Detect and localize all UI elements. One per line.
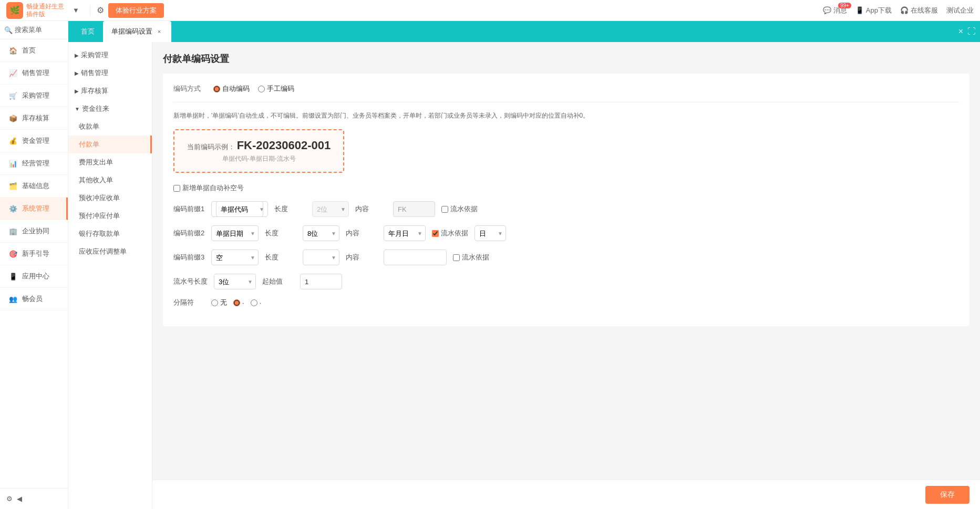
- search-menu[interactable]: 🔍 搜索菜单: [0, 21, 68, 39]
- separator-row: 分隔符 无 · ·: [173, 298, 959, 307]
- bottom-bar: 保存: [152, 480, 980, 509]
- auto-fill-checkbox[interactable]: [173, 185, 180, 192]
- serial2-checkbox-label[interactable]: 流水依据: [432, 228, 468, 238]
- sidebar-item-system[interactable]: ⚙️ 系统管理: [0, 198, 68, 220]
- user-name[interactable]: 测试企业: [946, 6, 974, 15]
- sidebar-item-basic[interactable]: 🗂️ 基础信息: [0, 175, 68, 198]
- basic-icon: 🗂️: [8, 181, 18, 191]
- prefix3-select-input[interactable]: 空 单据代码 单据日期 部门 业务员: [211, 250, 259, 265]
- sub-menu-prepay-pay[interactable]: 预付冲应付单: [68, 207, 152, 225]
- length2-select-input[interactable]: 4位 6位 8位: [303, 225, 339, 241]
- sep-none-option[interactable]: 无: [211, 298, 227, 307]
- main-layout: 🔍 搜索菜单 🏠 首页 📈 销售管理 🛒 采购管理 📦 库存核算 💰 资金管理 …: [0, 21, 980, 509]
- online-service-btn[interactable]: 🎧 在线客服: [900, 6, 938, 15]
- content2-select[interactable]: 年月日 年月 年 ▼: [384, 225, 426, 241]
- sidebar-item-member[interactable]: 👥 畅会员: [0, 288, 68, 310]
- home-icon: 🏠: [8, 46, 18, 55]
- auto-radio-option[interactable]: 自动编码: [213, 84, 250, 94]
- settings-icon[interactable]: ⚙: [97, 5, 104, 15]
- message-btn[interactable]: 💬 消息 99+: [823, 6, 847, 15]
- code-example-label: 当前编码示例： FK-20230602-001: [187, 139, 331, 152]
- content2-select-input[interactable]: 年月日 年月 年: [384, 225, 426, 241]
- sidebar-item-purchase[interactable]: 🛒 采购管理: [0, 85, 68, 107]
- start-value-input[interactable]: [300, 274, 342, 289]
- prefix3-select[interactable]: 空 单据代码 单据日期 部门 业务员 ▼: [211, 250, 259, 265]
- start-value-label: 起始值: [262, 277, 294, 286]
- sidebar: 🔍 搜索菜单 🏠 首页 📈 销售管理 🛒 采购管理 📦 库存核算 💰 资金管理 …: [0, 21, 68, 509]
- sub-menu-adjust[interactable]: 应收应付调整单: [68, 243, 152, 261]
- maximize-icon[interactable]: ⛶: [967, 27, 976, 36]
- minimize-icon[interactable]: ×: [958, 27, 963, 36]
- serial3-checkbox[interactable]: [453, 254, 460, 261]
- sep-dash-option[interactable]: ·: [233, 299, 244, 307]
- prefix2-select[interactable]: 单据日期 空 单据代码 部门 业务员 ▼: [211, 225, 259, 241]
- sidebar-item-finance[interactable]: 💰 资金管理: [0, 130, 68, 152]
- sidebar-item-app[interactable]: 📱 应用中心: [0, 265, 68, 288]
- sidebar-item-sales[interactable]: 📈 销售管理: [0, 62, 68, 85]
- length1-label: 长度: [274, 204, 306, 214]
- collapse-icon[interactable]: ◀: [17, 495, 22, 503]
- serial1-checkbox[interactable]: [441, 206, 448, 213]
- app-download-btn[interactable]: 📱 App下载: [855, 6, 892, 15]
- sub-menu-expense[interactable]: 费用支出单: [68, 153, 152, 171]
- length3-select-input[interactable]: [303, 250, 339, 265]
- manual-radio-input[interactable]: [258, 86, 265, 92]
- sep-none-radio[interactable]: [211, 299, 218, 306]
- page-content: 付款单编码设置 编码方式 自动编码 手工编码: [152, 42, 980, 480]
- serial3-checkbox-label[interactable]: 流水依据: [453, 253, 489, 262]
- chevron-right-icon2: ▶: [75, 70, 79, 76]
- sub-menu-bank[interactable]: 银行存取款单: [68, 225, 152, 243]
- sub-menu-finance[interactable]: ▼ 资金往来: [68, 100, 152, 118]
- sep-dash-radio[interactable]: [233, 299, 240, 306]
- sub-menu-purchase[interactable]: ▶ 采购管理: [68, 46, 152, 64]
- sidebar-item-enterprise[interactable]: 🏢 企业协同: [0, 220, 68, 243]
- dropdown-arrow[interactable]: ▼: [68, 4, 84, 16]
- serial2-unit-input[interactable]: 日 月 年: [474, 225, 506, 241]
- prefix1-select-input[interactable]: 单据代码 空 部门 业务员: [216, 201, 263, 217]
- sub-menu-prepay-recv[interactable]: 预收冲应收单: [68, 189, 152, 207]
- serial2-checkbox[interactable]: [432, 230, 439, 237]
- prefix1-label: 编码前缀1: [173, 204, 205, 214]
- sidebar-item-inventory[interactable]: 📦 库存核算: [0, 107, 68, 130]
- operations-icon: 📊: [8, 159, 18, 168]
- sidebar-item-operations[interactable]: 📊 经营管理: [0, 152, 68, 175]
- sub-menu-other-income[interactable]: 其他收入单: [68, 171, 152, 189]
- code-example-value: FK-20230602-001: [237, 139, 331, 152]
- length1-select[interactable]: 2位 ▼: [312, 201, 349, 217]
- content-area: 首页 单据编码设置 × × ⛶ ▶ 采购管理 ▶ 销售管理: [68, 21, 980, 509]
- settings-bottom-icon[interactable]: ⚙: [6, 495, 13, 503]
- prefix3-label: 编码前缀3: [173, 253, 205, 262]
- prefix2-row: 编码前缀2 单据日期 空 单据代码 部门 业务员 ▼: [173, 225, 959, 241]
- auto-radio-input[interactable]: [213, 86, 220, 92]
- prefix2-select-input[interactable]: 单据日期 空 单据代码 部门 业务员: [211, 225, 259, 241]
- info-text: 新增单据时，'单据编码'自动生成，不可编辑。前缀设置为部门、业务员等档案类，开单…: [173, 111, 959, 121]
- logo-icon: 🌿: [6, 2, 23, 19]
- sep-dot-option[interactable]: ·: [251, 299, 262, 307]
- length3-select[interactable]: ▼: [303, 250, 339, 265]
- sidebar-item-home[interactable]: 🏠 首页: [0, 39, 68, 62]
- tab-encoding[interactable]: 单据编码设置 ×: [103, 21, 171, 42]
- trial-btn[interactable]: 体验行业方案: [108, 3, 164, 18]
- length2-select[interactable]: 4位 6位 8位 ▼: [303, 225, 339, 241]
- sub-menu-payment[interactable]: 付款单: [68, 136, 152, 153]
- save-button[interactable]: 保存: [925, 486, 969, 504]
- prefix1-select[interactable]: 单据代码 空 部门 业务员 ▼: [211, 201, 268, 217]
- sep-dot-radio[interactable]: [251, 299, 257, 306]
- serial2-unit-select[interactable]: 日 月 年 ▼: [474, 225, 506, 241]
- serial1-checkbox-label[interactable]: 流水依据: [441, 204, 478, 214]
- sub-menu-receipt[interactable]: 收款单: [68, 118, 152, 136]
- content3-input[interactable]: [384, 250, 447, 265]
- content1-input[interactable]: [393, 201, 435, 217]
- auto-fill-checkbox-label[interactable]: 新增单据自动补空号: [173, 183, 959, 193]
- manual-radio-option[interactable]: 手工编码: [258, 84, 294, 94]
- tab-close-icon[interactable]: ×: [156, 28, 163, 35]
- page-wrapper: 付款单编码设置 编码方式 自动编码 手工编码: [152, 42, 980, 509]
- tab-home[interactable]: 首页: [73, 21, 103, 42]
- sub-menu-sales[interactable]: ▶ 销售管理: [68, 64, 152, 82]
- length3-label: 长度: [265, 253, 296, 262]
- sidebar-item-newbie[interactable]: 🎯 新手引导: [0, 243, 68, 265]
- serial-length-select-input[interactable]: 3位 4位 5位 6位: [214, 274, 256, 289]
- serial-length-select[interactable]: 3位 4位 5位 6位 ▼: [214, 274, 256, 289]
- sub-menu-inventory[interactable]: ▶ 库存核算: [68, 82, 152, 100]
- length1-select-input[interactable]: 2位: [312, 201, 349, 217]
